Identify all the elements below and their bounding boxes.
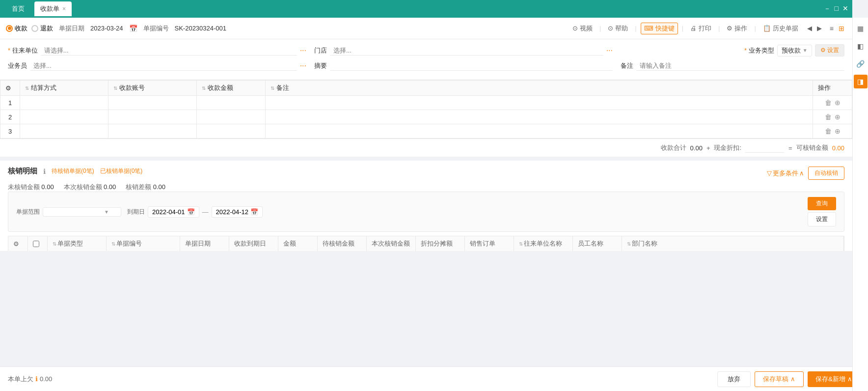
row-op-icons-1: 🗑 ⊕ xyxy=(818,99,847,107)
sidebar-icon-4[interactable]: ◨ xyxy=(854,75,868,88)
remark-input[interactable] xyxy=(636,60,844,71)
row-jiesuan-1[interactable] xyxy=(20,96,108,110)
row-jine-1[interactable] xyxy=(197,96,266,110)
uncancelled-value: 0.00 xyxy=(41,183,54,191)
bth-staff-label: 员工名称 xyxy=(578,239,603,248)
sort-dept-icon: ⇅ xyxy=(627,241,631,247)
salesman-input[interactable] xyxy=(30,60,297,71)
copy-icon-3[interactable]: ⊕ xyxy=(835,127,841,135)
sidebar-icon-1[interactable]: ▦ xyxy=(854,22,868,35)
video-btn[interactable]: ⊙ 视频 xyxy=(570,23,596,34)
maximize-icon[interactable]: □ xyxy=(835,4,839,13)
radio-shoukuan-label: 收款 xyxy=(15,24,27,33)
sidebar-icon-3[interactable]: 🔗 xyxy=(854,57,868,71)
tab-home[interactable]: 首页 xyxy=(4,1,32,16)
history-btn[interactable]: 📋 历史单据 xyxy=(760,23,801,34)
summary-input[interactable] xyxy=(330,60,613,71)
print-icon: 🖨 xyxy=(690,25,697,32)
receipts-table: ⚙ ⇅ 结算方式 ⇅ 收款账号 ⇅ 收款金额 ⇅ xyxy=(0,80,852,139)
ops-btn[interactable]: ⚙ 操作 xyxy=(724,23,750,34)
minimize-icon[interactable]: － xyxy=(824,4,831,13)
radio-tuidan[interactable]: 退款 xyxy=(31,24,53,33)
row-jine-3[interactable] xyxy=(197,124,266,139)
hexiao-top-row: 核销明细 ℹ 待核销单据(0笔) 已核销单据(0笔) ▽ 更多条件 ∧ 自动核销 xyxy=(8,167,844,180)
nav-right-icon[interactable]: ▶ xyxy=(815,24,824,33)
store-more-icon[interactable]: ··· xyxy=(606,46,613,55)
salesman-label: 业务员 xyxy=(8,61,27,70)
calendar-from-icon: 📅 xyxy=(187,208,195,216)
biz-type-select[interactable]: 预收款 ▼ xyxy=(777,45,812,56)
hexiao-info-icon[interactable]: ℹ xyxy=(43,168,46,175)
row-beizhu-1[interactable] xyxy=(266,96,813,110)
copy-icon-2[interactable]: ⊕ xyxy=(835,113,841,121)
hexiao-tab-pending[interactable]: 待核销单据(0笔) xyxy=(52,167,94,175)
help-icon: ⊙ xyxy=(608,25,613,32)
filter-date-from[interactable]: 2022-04-01 📅 xyxy=(148,206,199,218)
bth-checkbox-input[interactable] xyxy=(33,241,39,247)
sidebar-icon-2[interactable]: ◧ xyxy=(854,39,868,53)
close-icon[interactable]: ✕ xyxy=(842,4,848,13)
bth-sales-order: 销售订单 xyxy=(465,236,514,251)
tab-close-icon[interactable]: × xyxy=(62,5,66,12)
sort-icon4: ⇅ xyxy=(271,85,274,91)
list-view-icon[interactable]: ≡ xyxy=(828,24,836,33)
sep4: | xyxy=(718,25,720,32)
sort-unit-icon: ⇅ xyxy=(519,241,523,247)
col-settings-header[interactable]: ⚙ xyxy=(0,81,20,96)
date-to-value: 2022-04-12 xyxy=(216,208,249,216)
settings-icon: ⚙ xyxy=(5,84,11,92)
row-beizhu-2[interactable] xyxy=(266,110,813,124)
row-jiesuan-2[interactable] xyxy=(20,110,108,124)
filter-range-select[interactable]: ▼ xyxy=(43,207,121,217)
row-jiesuan-3[interactable] xyxy=(20,124,108,139)
bth-date: 单据日期 xyxy=(180,236,229,251)
save-new-label: 保存&新增 xyxy=(815,375,845,384)
bth-amount-label: 金额 xyxy=(283,239,296,248)
auto-hexiao-button[interactable]: 自动核销 xyxy=(808,167,844,180)
row-shoukuan-1[interactable] xyxy=(108,96,197,110)
discard-button[interactable]: 放弃 xyxy=(717,371,751,387)
info-icon[interactable]: ℹ xyxy=(35,375,38,383)
remark-label: 备注 xyxy=(621,61,633,70)
store-input[interactable] xyxy=(330,45,603,56)
history-icon: 📋 xyxy=(763,25,771,32)
row-beizhu-3[interactable] xyxy=(266,124,813,139)
sort-type-icon: ⇅ xyxy=(53,241,56,247)
tab-shoukuan[interactable]: 收款单 × xyxy=(34,1,72,16)
filter-date-to[interactable]: 2022-04-12 📅 xyxy=(212,206,263,218)
hexiao-tab-done[interactable]: 已核销单据(0笔) xyxy=(100,167,143,175)
shortcuts-label: 快捷键 xyxy=(655,24,675,33)
settings-button[interactable]: ⚙ 设置 xyxy=(815,44,844,56)
query-button[interactable]: 查询 xyxy=(808,197,836,210)
copy-icon-1[interactable]: ⊕ xyxy=(835,99,841,107)
sep5: | xyxy=(754,25,756,32)
delete-icon-2[interactable]: 🗑 xyxy=(825,113,832,121)
radio-tuidan-circle xyxy=(31,25,38,32)
grid-view-icon[interactable]: ⊞ xyxy=(837,24,846,33)
more-conditions-btn[interactable]: ▽ 更多条件 ∧ xyxy=(767,169,804,178)
row-shoukuan-3[interactable] xyxy=(108,124,197,139)
row-shoukuan-2[interactable] xyxy=(108,110,197,124)
settings-button2[interactable]: 设置 xyxy=(808,212,836,226)
radio-shoukuan[interactable]: 收款 xyxy=(6,24,27,33)
bottom-info: 本单上欠 ℹ 0.00 xyxy=(8,375,52,384)
bth-checkbox[interactable] xyxy=(28,236,48,251)
discount-input[interactable] xyxy=(745,143,785,153)
date-separator: — xyxy=(202,208,209,216)
chevron-up-icon: ∧ xyxy=(799,169,804,177)
calendar-icon[interactable]: 📅 xyxy=(129,25,137,32)
delete-icon-3[interactable]: 🗑 xyxy=(825,127,832,135)
print-btn[interactable]: 🖨 打印 xyxy=(687,23,714,34)
save-draft-button[interactable]: 保存草稿 ∧ xyxy=(755,371,804,387)
nav-left-icon[interactable]: ◀ xyxy=(805,24,814,33)
table-row: 3 🗑 ⊕ xyxy=(0,124,852,139)
unit-input[interactable] xyxy=(41,45,297,56)
shortcuts-btn[interactable]: ⌨ 快捷键 xyxy=(641,23,678,34)
view-icons: ≡ ⊞ xyxy=(828,24,846,33)
salesman-more-icon[interactable]: ··· xyxy=(300,61,306,70)
delete-icon-1[interactable]: 🗑 xyxy=(825,99,832,107)
bth-settings[interactable]: ⚙ xyxy=(8,236,28,251)
row-jine-2[interactable] xyxy=(197,110,266,124)
help-btn[interactable]: ⊙ 帮助 xyxy=(605,23,631,34)
unit-more-icon[interactable]: ··· xyxy=(300,46,306,55)
